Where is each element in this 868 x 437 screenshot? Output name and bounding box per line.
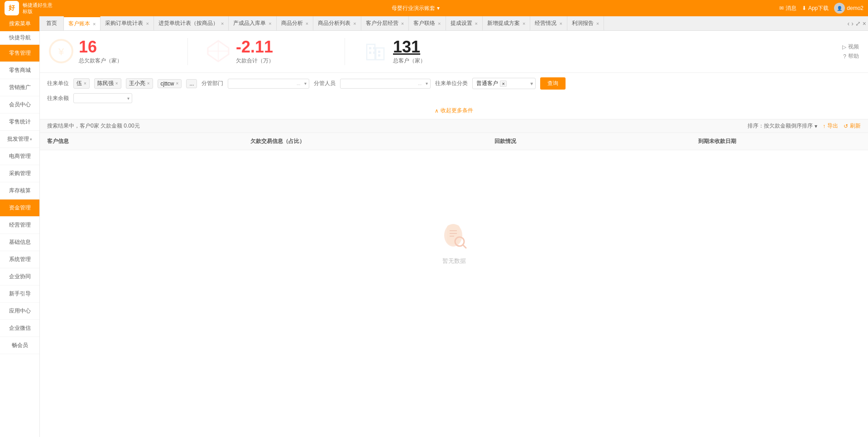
export-btn[interactable]: ↑ 导出 (823, 122, 838, 130)
sidebar-item-member-center[interactable]: 会员中心 (0, 96, 39, 114)
tab-arrows: ‹ › ⤢ × (845, 20, 868, 27)
tab-maximize-icon[interactable]: ⤢ (855, 20, 861, 27)
stat-debt-customers: 16 总欠款客户（家） (79, 39, 169, 65)
filter-tag-wu[interactable]: 伍 × (73, 78, 90, 89)
tab-close-icon[interactable]: × (221, 21, 224, 26)
remove-cjttcw-icon[interactable]: × (176, 81, 179, 86)
tab-customer-ledger[interactable]: 客户账本 × (64, 16, 101, 31)
tab-right-arrow[interactable]: › (851, 20, 854, 27)
sidebar-item-ecommerce[interactable]: 电商管理 (0, 148, 39, 165)
tab-close-icon[interactable]: × (269, 21, 271, 26)
sidebar-item-purchase[interactable]: 采购管理 (0, 165, 39, 182)
quick-nav[interactable]: 快捷导航 (0, 31, 39, 45)
app-download-btn[interactable]: ⬇ App下载 (802, 5, 829, 12)
tab-purchase-stats[interactable]: 进货单统计表（按商品） × (154, 16, 229, 31)
refresh-icon: ↺ (844, 123, 848, 129)
sidebar-item-inventory[interactable]: 库存核算 (0, 182, 39, 200)
sidebar-item-member[interactable]: 畅会员 (0, 337, 39, 354)
query-button[interactable]: 查询 (540, 77, 566, 90)
filter-tag-more[interactable]: ... (186, 79, 197, 88)
search-menu[interactable]: 搜索菜单 (0, 16, 39, 31)
person-select-wrap[interactable]: ... (340, 79, 431, 89)
messages-btn[interactable]: ✉ 消息 (779, 5, 796, 12)
filter-tag-chen[interactable]: 陈民强 × (94, 78, 121, 89)
tab-close-icon[interactable]: × (438, 21, 441, 26)
stats-help-area: ▷ 视频 ? 帮助 (842, 43, 859, 60)
result-summary: 搜索结果中，客户0家 欠款金额 0.00元 (47, 122, 140, 130)
sidebar-item-basic-info[interactable]: 基础信息 (0, 234, 39, 251)
sidebar-item-wholesale[interactable]: 批发管理 ▾ (0, 131, 39, 148)
help-btn[interactable]: ? 帮助 (843, 52, 859, 60)
stat-divider-1 (187, 38, 188, 65)
sort-dropdown[interactable]: 排序：按欠款金额倒序排序 ▾ (748, 122, 817, 130)
tab-profit-report[interactable]: 利润报告 × (567, 16, 604, 31)
tab-purchase-order[interactable]: 采购订单统计表 × (101, 16, 153, 31)
balance-select-wrap[interactable] (73, 93, 132, 103)
tab-customer-contact[interactable]: 客户联络 × (409, 16, 446, 31)
tab-close-icon[interactable]: × (353, 21, 356, 26)
remove-wang-icon[interactable]: × (147, 81, 150, 86)
unit-class-select[interactable]: 普通客户 × (472, 78, 536, 89)
svg-rect-10 (373, 52, 375, 54)
tab-goods-analysis[interactable]: 商品分析 × (277, 16, 313, 31)
dept-label: 分管部门 (201, 80, 223, 87)
tab-close-icon[interactable]: × (306, 21, 308, 26)
col-header-repay: 回款情况 (494, 138, 698, 145)
filter-tag-cjttcw[interactable]: cjttcw × (158, 79, 182, 88)
person-input[interactable] (340, 79, 431, 89)
tab-add-commission[interactable]: 新增提成方案 × (483, 16, 530, 31)
remove-wu-icon[interactable]: × (84, 81, 86, 86)
tab-close-icon[interactable]: × (475, 21, 478, 26)
sidebar-item-finance[interactable]: 资金管理 (0, 200, 39, 217)
tab-close-icon[interactable]: × (523, 21, 525, 26)
balance-select[interactable] (73, 93, 132, 103)
stat-block-total: 131 总客户（家） (363, 39, 484, 65)
video-btn[interactable]: ▷ 视频 (842, 43, 859, 51)
tab-goods-analysis-list[interactable]: 商品分析列表 × (313, 16, 361, 31)
filter-tag-wang[interactable]: 王小亮 × (126, 78, 153, 89)
stat-block-debt: -2.11 欠款合计（万） (206, 39, 326, 65)
sidebar-item-newcomer[interactable]: 新手引导 (0, 285, 39, 303)
tab-close-icon[interactable]: × (559, 21, 562, 26)
collapse-button[interactable]: ∧ 收起更多条件 (435, 107, 473, 114)
tab-close-icon[interactable]: × (596, 21, 599, 26)
empty-label: 暂无数据 (442, 257, 466, 265)
remove-unit-class-icon[interactable]: × (500, 81, 506, 87)
tab-left-arrow[interactable]: ‹ (847, 20, 849, 27)
tab-close-icon[interactable]: × (401, 21, 404, 26)
tab-business[interactable]: 经营情况 × (530, 16, 567, 31)
svg-rect-11 (378, 51, 380, 53)
table-header: 客户信息 欠款交易信息（占比） 回款情况 到期未收款日期 (40, 133, 868, 150)
tab-customer-layer[interactable]: 客户分层经营 × (361, 16, 409, 31)
sidebar-item-retail-stats[interactable]: 零售统计 (0, 114, 39, 131)
sidebar-item-retail-mgmt[interactable]: 零售管理 (0, 45, 39, 62)
tab-product-entry[interactable]: 产成品入库单 × (229, 16, 276, 31)
tab-close-icon[interactable]: × (146, 21, 149, 26)
sidebar: 搜索菜单 快捷导航 零售管理 零售商城 营销推广 会员中心 零售统计 批发管理 … (0, 16, 40, 437)
chevron-down-icon: ▾ (437, 5, 440, 11)
sidebar-item-app-center[interactable]: 应用中心 (0, 303, 39, 320)
sidebar-item-marketing[interactable]: 营销推广 (0, 79, 39, 96)
diamond-icon (206, 39, 230, 65)
tab-close-icon[interactable]: × (93, 21, 96, 27)
tenant-selector[interactable]: 母婴行业演示账套 ▾ (392, 5, 440, 12)
sidebar-item-operations[interactable]: 经营管理 (0, 217, 39, 234)
dept-select-wrap[interactable]: ... (228, 79, 309, 89)
person-dots-icon: ... (418, 81, 422, 86)
svg-text:¥: ¥ (58, 46, 64, 57)
tab-commission-settings[interactable]: 提成设置 × (446, 16, 483, 31)
building-icon (363, 39, 388, 65)
user-avatar-btn[interactable]: 👤 demo2 (834, 3, 863, 14)
sidebar-item-system[interactable]: 系统管理 (0, 251, 39, 268)
tab-close-all-icon[interactable]: × (863, 20, 866, 27)
refresh-btn[interactable]: ↺ 刷新 (844, 122, 861, 130)
filter-row-1: 往来单位 伍 × 陈民强 × 王小亮 × cjttcw × (47, 77, 861, 90)
sidebar-item-retail-mall[interactable]: 零售商城 (0, 62, 39, 79)
sidebar-item-enterprise-collab[interactable]: 企业协同 (0, 268, 39, 285)
tab-home[interactable]: 首页 (40, 16, 64, 31)
sidebar-item-wechat[interactable]: 企业微信 (0, 320, 39, 337)
unit-class-select-wrap[interactable]: 普通客户 × ▾ (472, 78, 536, 89)
total-customers-value: 131 (393, 39, 420, 55)
col-header-customer: 客户信息 (47, 138, 250, 145)
remove-chen-icon[interactable]: × (115, 81, 118, 86)
